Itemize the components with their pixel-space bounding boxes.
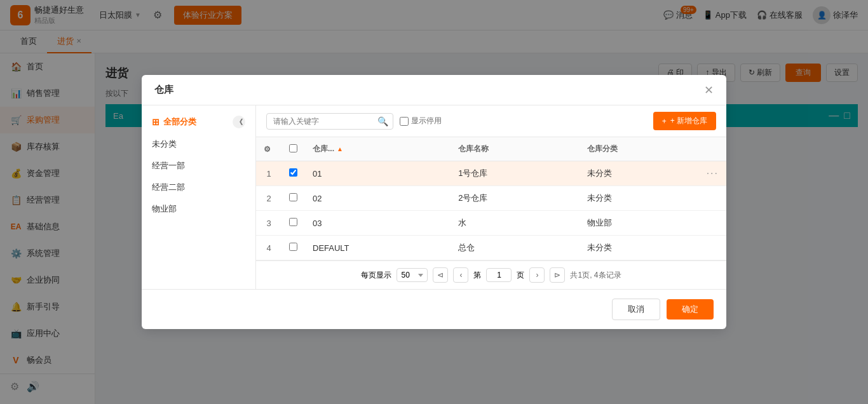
cell-code: 02 [305, 186, 451, 211]
cell-category: 未分类··· [580, 161, 726, 186]
cell-index: 3 [256, 211, 281, 236]
row-actions-icon[interactable]: ··· [707, 168, 719, 179]
page-last-button[interactable]: ⊳ [550, 267, 565, 283]
sort-icon: ▲ [337, 145, 343, 152]
th-name: 仓库名称 [451, 137, 579, 161]
page-size-select[interactable]: 50 20 100 [397, 268, 428, 282]
page-prev-button[interactable]: ‹ [453, 267, 468, 283]
select-all-checkbox[interactable] [289, 144, 297, 152]
cell-name: 水 [451, 211, 579, 236]
cell-category: 物业部 [580, 211, 726, 236]
add-warehouse-button[interactable]: + + 新增仓库 [653, 112, 716, 130]
pagination: 每页显示 50 20 100 ⊲ ‹ 第 页 › ⊳ 共1页, 4条记录 [256, 260, 726, 289]
table-header-row: ⚙ 仓库... ▲ [256, 137, 726, 161]
category-all[interactable]: ⊞ 全部分类 《 [142, 111, 255, 133]
search-wrap: 🔍 [266, 113, 393, 130]
category-item-ops1[interactable]: 经营一部 [142, 155, 255, 177]
modal-footer: 取消 确定 [142, 289, 726, 329]
table-row[interactable]: 4 DEFAULT 总仓 未分类 [256, 236, 726, 260]
table-row[interactable]: 3 03 水 物业部 [256, 211, 726, 236]
confirm-button[interactable]: 确定 [667, 299, 714, 320]
cell-check[interactable] [281, 236, 305, 260]
table-panel: 🔍 显示停用 + + 新增仓库 [256, 105, 726, 289]
page-input[interactable] [486, 268, 512, 282]
cell-name: 总仓 [451, 236, 579, 260]
category-item-ops2[interactable]: 经营二部 [142, 177, 255, 198]
grid-icon: ⊞ [152, 117, 159, 127]
plus-icon: + [662, 117, 667, 126]
cell-category: 未分类 [580, 186, 726, 211]
cell-index: 2 [256, 186, 281, 211]
table-row[interactable]: 2 02 2号仓库 未分类 [256, 186, 726, 211]
cell-check[interactable] [281, 211, 305, 236]
show-disabled-wrap: 显示停用 [400, 116, 442, 126]
category-panel: ⊞ 全部分类 《 未分类 经营一部 经营二部 物业部 [142, 105, 256, 289]
th-check [281, 137, 305, 161]
modal-body: ⊞ 全部分类 《 未分类 经营一部 经营二部 物业部 🔍 [142, 105, 726, 289]
table-body: 1 01 1号仓库 未分类··· 2 02 2号仓库 未分类 3 03 水 物业… [256, 161, 726, 260]
search-input[interactable] [266, 113, 393, 130]
cell-check[interactable] [281, 161, 305, 186]
page-first-button[interactable]: ⊲ [433, 267, 448, 283]
show-disabled-checkbox[interactable] [400, 117, 409, 126]
table-row[interactable]: 1 01 1号仓库 未分类··· [256, 161, 726, 186]
cancel-button[interactable]: 取消 [612, 299, 660, 320]
th-category: 仓库分类 [580, 137, 726, 161]
cell-check[interactable] [281, 186, 305, 211]
modal-title: 仓库 [154, 84, 173, 96]
th-code: 仓库... ▲ [305, 137, 451, 161]
cell-code: DEFAULT [305, 236, 451, 260]
collapse-button[interactable]: 《 [233, 116, 245, 128]
gear-icon[interactable]: ⚙ [264, 145, 271, 154]
cell-name: 1号仓库 [451, 161, 579, 186]
cell-code: 01 [305, 161, 451, 186]
search-icon[interactable]: 🔍 [377, 116, 388, 126]
category-item-property[interactable]: 物业部 [142, 198, 255, 220]
page-total-info: 共1页, 4条记录 [570, 270, 621, 281]
cell-code: 03 [305, 211, 451, 236]
page-next-button[interactable]: › [529, 267, 545, 283]
right-toolbar: 🔍 显示停用 + + 新增仓库 [256, 105, 726, 137]
category-item-unclassified[interactable]: 未分类 [142, 133, 255, 155]
cell-category: 未分类 [580, 236, 726, 260]
warehouse-table-wrap: ⚙ 仓库... ▲ [256, 137, 726, 260]
warehouse-modal: 仓库 ✕ ⊞ 全部分类 《 未分类 经营一部 经营二部 物业部 [142, 75, 726, 329]
modal-header: 仓库 ✕ [142, 75, 726, 105]
th-gear: ⚙ [256, 137, 281, 161]
modal-overlay: 仓库 ✕ ⊞ 全部分类 《 未分类 经营一部 经营二部 物业部 [0, 0, 868, 404]
modal-close-button[interactable]: ✕ [704, 84, 714, 96]
cell-index: 1 [256, 161, 281, 186]
warehouse-table: ⚙ 仓库... ▲ [256, 137, 726, 260]
page-label-before: 第 [473, 270, 481, 281]
cell-index: 4 [256, 236, 281, 260]
cell-name: 2号仓库 [451, 186, 579, 211]
